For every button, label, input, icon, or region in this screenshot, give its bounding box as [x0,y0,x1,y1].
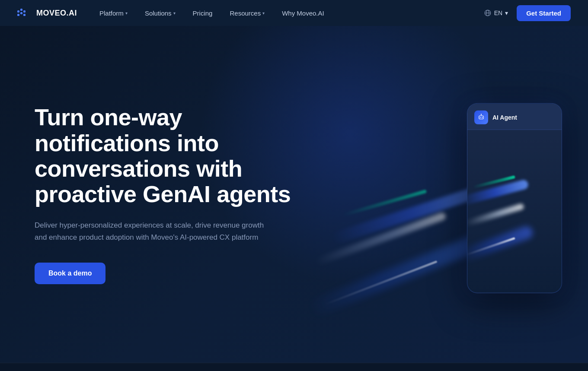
navbar: MOVEO.AI Platform ▾ Solutions ▾ Pricing … [0,0,588,26]
phone-header: AI Agent [467,104,562,130]
phone-body [467,130,562,292]
bottom-banner: Millions of users at leading enterprises… [0,363,588,371]
nav-link-resources[interactable]: Resources ▾ [223,6,272,20]
svg-rect-0 [17,10,19,13]
hero-section: Turn one-way notifications into conversa… [0,26,588,363]
ai-agent-icon [474,111,488,124]
language-selector[interactable]: EN ▾ [484,9,508,17]
ai-agent-label: AI Agent [492,114,517,121]
svg-rect-5 [23,14,26,16]
bg-streak-5 [323,260,437,306]
logo-text: MOVEO.AI [36,9,77,18]
logo[interactable]: MOVEO.AI [17,9,77,18]
chevron-down-icon: ▾ [173,11,176,16]
phone-card-mockup: AI Agent [467,103,562,293]
svg-rect-1 [20,9,22,11]
nav-right: EN ▾ Get Started [484,5,571,21]
robot-icon [477,114,485,121]
book-demo-button[interactable]: Book a demo [35,263,105,284]
bg-streak-4 [307,229,493,318]
svg-point-13 [481,114,482,115]
nav-link-platform[interactable]: Platform ▾ [93,6,134,20]
phone-streak-1 [467,179,529,206]
logo-svg [17,9,33,17]
chevron-down-icon: ▾ [262,11,265,16]
svg-rect-9 [479,116,484,119]
chevron-down-icon: ▾ [505,10,508,16]
nav-link-pricing[interactable]: Pricing [186,6,220,20]
nav-links: Platform ▾ Solutions ▾ Pricing Resources… [93,6,331,20]
get-started-button[interactable]: Get Started [517,5,571,21]
hero-title: Turn one-way notifications into conversa… [35,105,320,207]
svg-point-10 [480,117,481,118]
svg-rect-4 [17,14,19,16]
nav-link-why[interactable]: Why Moveo.AI [275,6,331,20]
nav-left: MOVEO.AI Platform ▾ Solutions ▾ Pricing … [17,6,331,20]
phone-streak-2 [467,203,524,226]
svg-rect-2 [23,10,26,13]
chevron-down-icon: ▾ [125,11,128,16]
svg-point-11 [482,117,483,118]
bg-streak-3 [343,189,427,216]
bg-streak-2 [314,211,447,266]
hero-content: Turn one-way notifications into conversa… [35,105,320,284]
globe-icon [484,9,492,17]
hero-subtitle: Deliver hyper-personalized experiences a… [35,219,268,244]
svg-rect-3 [20,12,22,14]
logo-icon [17,9,33,17]
nav-link-solutions[interactable]: Solutions ▾ [138,6,182,20]
